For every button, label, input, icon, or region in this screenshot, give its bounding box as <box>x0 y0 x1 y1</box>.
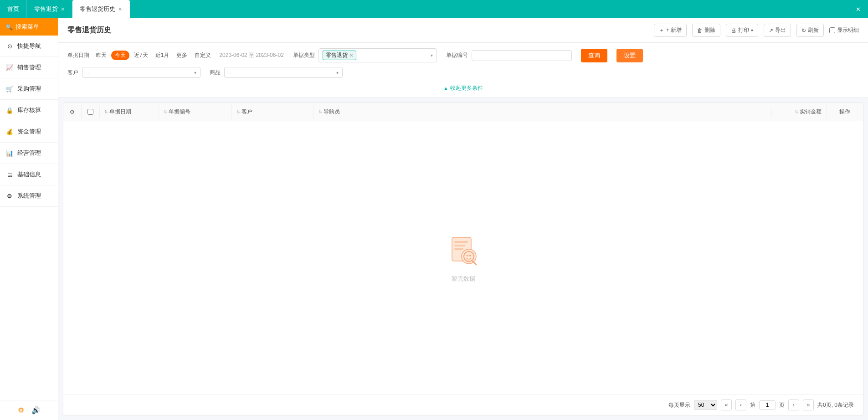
window-close-button[interactable]: ✕ <box>856 6 868 13</box>
customer-dropdown-arrow: ▾ <box>194 70 196 75</box>
print-dropdown-icon: ▾ <box>751 28 753 33</box>
purchase-icon: 🛒 <box>5 85 14 93</box>
th-date: ⇅ 单据日期 <box>100 104 159 119</box>
refresh-button[interactable]: ↻ 刷新 <box>796 24 824 37</box>
voucher-type-tag: 零售退货 ✕ <box>323 51 356 60</box>
home-icon: ⊙ <box>5 42 14 50</box>
sort-icon-no[interactable]: ⇅ <box>164 109 167 114</box>
collapse-icon: ▲ <box>443 85 449 92</box>
date-options: 昨天 今天 近7天 近1月 更多 自定义 <box>93 51 214 60</box>
page-label: 第 <box>750 401 755 409</box>
page-size-select[interactable]: 50 10 20 100 <box>694 400 717 410</box>
close-tab-retail-return[interactable]: ✕ <box>61 6 65 12</box>
audio-icon-btn[interactable]: 🔊 <box>31 406 41 415</box>
sidebar-search[interactable]: 🔍 搜索菜单 <box>0 18 58 36</box>
pagination: 每页显示 50 10 20 100 « ‹ 第 页 › » 共0页, 0条记录 <box>63 394 863 415</box>
goods-select[interactable]: ... ▾ <box>224 67 343 78</box>
tab-home[interactable]: 首页 <box>0 0 27 18</box>
prev-page-button[interactable]: ‹ <box>735 400 746 410</box>
th-checkbox[interactable] <box>82 105 100 118</box>
filter-area: 单据日期 昨天 今天 近7天 近1月 更多 自定义 2023-06-02 至 2… <box>58 43 868 98</box>
sidebar-item-sales[interactable]: 📈 销售管理 <box>0 57 58 78</box>
sidebar-item-basic[interactable]: 🗂 基础信息 <box>0 164 58 185</box>
settings-icon-btn[interactable]: ⚙ <box>18 406 24 415</box>
date-opt-1month[interactable]: 近1月 <box>153 51 172 60</box>
empty-icon <box>445 233 482 269</box>
add-button[interactable]: ＋ + 新增 <box>654 24 687 37</box>
voucher-type-label: 单据类型 <box>293 51 315 59</box>
sort-icon-amount[interactable]: ⇅ <box>795 109 798 114</box>
table-header: ⚙ ⇅ 单据日期 ⇅ 单据编号 ⇅ 客户 ⇅ <box>63 103 863 121</box>
sidebar-item-system[interactable]: ⚙ 系统管理 <box>0 185 58 207</box>
empty-state: 暂无数据 <box>63 121 863 394</box>
goods-label: 商品 <box>210 69 221 77</box>
th-settings[interactable]: ⚙ <box>63 105 82 119</box>
voucher-type-select[interactable]: 零售退货 ✕ ▾ <box>318 48 437 62</box>
first-page-button[interactable]: « <box>721 400 732 410</box>
empty-text: 暂无数据 <box>452 275 475 283</box>
svg-rect-3 <box>454 248 463 250</box>
date-opt-custom[interactable]: 自定义 <box>192 51 214 60</box>
customer-select[interactable]: ... ▾ <box>82 67 200 78</box>
show-detail-checkbox[interactable] <box>829 27 835 33</box>
content-area: 零售退货历史 ＋ + 新增 🗑 删除 🖨 打印 ▾ ↗ 导出 <box>58 18 868 420</box>
svg-point-7 <box>467 255 468 256</box>
th-spacer <box>382 108 772 116</box>
date-opt-more[interactable]: 更多 <box>174 51 190 60</box>
th-guide: ⇅ 导购员 <box>314 104 382 119</box>
sort-icon-date[interactable]: ⇅ <box>104 109 108 114</box>
page-size-label: 每页显示 <box>668 401 690 409</box>
sidebar-item-operations[interactable]: 📊 经营管理 <box>0 143 58 164</box>
last-page-button[interactable]: » <box>803 400 814 410</box>
current-page-input[interactable] <box>759 400 776 410</box>
date-filter-label: 单据日期 <box>67 51 89 59</box>
date-filter-group: 单据日期 昨天 今天 近7天 近1月 更多 自定义 2023-06-02 至 2… <box>67 51 284 60</box>
system-icon: ⚙ <box>5 192 14 200</box>
refresh-icon: ↻ <box>801 27 806 34</box>
th-amount: ⇅ 实销金额 <box>772 104 827 119</box>
print-icon: 🖨 <box>731 27 736 34</box>
print-button[interactable]: 🖨 打印 ▾ <box>726 24 758 37</box>
setting-button[interactable]: 设置 <box>616 49 643 62</box>
page-unit: 页 <box>779 401 785 409</box>
query-button[interactable]: 查询 <box>581 49 607 62</box>
sort-icon-guide[interactable]: ⇅ <box>318 109 322 114</box>
collapse-filter-button[interactable]: ▲ 收起更多条件 <box>67 82 859 94</box>
date-opt-7days[interactable]: 近7天 <box>131 51 151 60</box>
search-icon: 🔍 <box>5 24 13 31</box>
sidebar-item-inventory[interactable]: 🔒 库存核算 <box>0 100 58 121</box>
voucher-no-label: 单据编号 <box>446 51 468 59</box>
th-no: ⇅ 单据编号 <box>159 104 232 119</box>
next-page-button[interactable]: › <box>788 400 799 410</box>
th-actions: 操作 <box>827 104 863 119</box>
voucher-no-input[interactable] <box>472 50 572 61</box>
page-header: 零售退货历史 ＋ + 新增 🗑 删除 🖨 打印 ▾ ↗ 导出 <box>58 18 868 43</box>
operations-icon: 📊 <box>5 149 14 157</box>
settings-icon: ⚙ <box>70 109 75 115</box>
filter-row-2: 客户 ... ▾ 商品 ... ▾ <box>67 67 859 78</box>
show-detail-checkbox-label[interactable]: 显示明细 <box>829 26 859 34</box>
voucher-type-tag-close[interactable]: ✕ <box>349 53 353 58</box>
sidebar-item-quick-nav[interactable]: ⊙ 快捷导航 <box>0 36 58 57</box>
close-tab-retail-return-history[interactable]: ✕ <box>118 6 122 12</box>
date-opt-today[interactable]: 今天 <box>111 51 129 60</box>
delete-button[interactable]: 🗑 删除 <box>692 24 720 37</box>
date-opt-yesterday[interactable]: 昨天 <box>93 51 109 60</box>
th-customer: ⇅ 客户 <box>232 104 314 119</box>
basic-icon: 🗂 <box>5 170 14 179</box>
voucher-no-filter-group: 单据编号 <box>446 50 572 61</box>
sidebar-item-finance[interactable]: 💰 资金管理 <box>0 121 58 143</box>
sidebar-item-purchase[interactable]: 🛒 采购管理 <box>0 78 58 100</box>
export-button[interactable]: ↗ 导出 <box>764 24 791 37</box>
select-all-checkbox[interactable] <box>87 109 93 115</box>
sort-icon-customer[interactable]: ⇅ <box>236 109 240 114</box>
sidebar: 🔍 搜索菜单 ⊙ 快捷导航 📈 销售管理 🛒 采购管理 🔒 库存核算 💰 资金管… <box>0 18 58 420</box>
tab-retail-return[interactable]: 零售退货 ✕ <box>27 0 72 18</box>
tab-retail-return-history[interactable]: 零售退货历史 ✕ <box>72 0 130 18</box>
inventory-icon: 🔒 <box>5 106 14 114</box>
finance-icon: 💰 <box>5 128 14 136</box>
export-icon: ↗ <box>769 27 773 34</box>
main-layout: 🔍 搜索菜单 ⊙ 快捷导航 📈 销售管理 🛒 采购管理 🔒 库存核算 💰 资金管… <box>0 18 868 420</box>
filter-row-1: 单据日期 昨天 今天 近7天 近1月 更多 自定义 2023-06-02 至 2… <box>67 48 859 62</box>
goods-dropdown-arrow: ▾ <box>336 70 339 75</box>
